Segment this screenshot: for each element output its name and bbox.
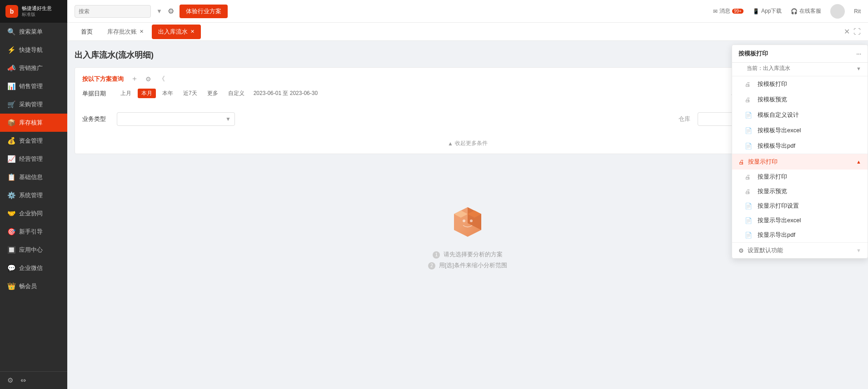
footer-settings-icon: ⚙ bbox=[738, 247, 744, 254]
tab-home[interactable]: 首页 bbox=[75, 25, 99, 39]
sidebar-item-quick-nav[interactable]: ⚡ 快捷导航 bbox=[0, 41, 67, 59]
message-badge: 99+ bbox=[732, 9, 743, 14]
sidebar-item-wechat[interactable]: 💬 企业微信 bbox=[0, 259, 67, 277]
empty-tip-2: 2 用[选]条件来缩小分析范围 bbox=[428, 261, 507, 269]
current-chevron-icon[interactable]: ▼ bbox=[856, 66, 861, 71]
window-maximize-icon[interactable]: ⛶ bbox=[853, 28, 861, 36]
inventory-icon: 📦 bbox=[7, 119, 15, 127]
sidebar-logo: b 畅捷通好生意 标准版 bbox=[0, 0, 67, 23]
date-tab-this-month[interactable]: 本月 bbox=[138, 89, 156, 98]
dropdown-template-excel[interactable]: 📄 按模板导出excel bbox=[732, 123, 868, 138]
template-custom-icon: 📄 bbox=[745, 112, 753, 119]
filter-title: 按以下方案查询 bbox=[82, 75, 124, 83]
display-print-settings-item[interactable]: 📄 按显示打印设置 bbox=[732, 199, 868, 213]
tab-stock-flow-close[interactable]: ✕ bbox=[190, 29, 195, 35]
sidebar-collapse-icon[interactable]: ⇔ bbox=[20, 376, 26, 384]
date-tab-more[interactable]: 更多 bbox=[204, 89, 222, 98]
date-tab-last-month[interactable]: 上月 bbox=[117, 89, 135, 98]
sidebar-item-finance[interactable]: 💰 资金管理 bbox=[0, 132, 67, 150]
filter-collapse-icon[interactable]: 《 bbox=[159, 75, 165, 83]
template-pdf-icon: 📄 bbox=[745, 143, 753, 150]
sidebar-item-purchase[interactable]: 🛒 采购管理 bbox=[0, 95, 67, 114]
display-excel-icon: 📄 bbox=[745, 217, 753, 224]
tab-inventory-batch-close[interactable]: ✕ bbox=[140, 29, 144, 35]
template-preview-icon: 🖨 bbox=[745, 96, 753, 103]
biz-type-select[interactable]: ▼ bbox=[117, 112, 235, 126]
display-excel-label: 按显示导出excel bbox=[758, 216, 801, 224]
svg-point-5 bbox=[463, 219, 465, 222]
sidebar-item-guide[interactable]: 🎯 新手引导 bbox=[0, 223, 67, 241]
sidebar-label: 采购管理 bbox=[19, 100, 43, 109]
filter-add-button[interactable]: ＋ bbox=[131, 74, 138, 84]
dropdown-template-pdf[interactable]: 📄 按模板导出pdf bbox=[732, 138, 868, 154]
window-close-icon[interactable]: ✕ bbox=[844, 27, 850, 36]
tab-inventory-batch[interactable]: 库存批次账 ✕ bbox=[101, 25, 150, 39]
dropdown-header-icons: ··· bbox=[856, 50, 861, 57]
collapse-label: 收起更多条件 bbox=[455, 140, 488, 147]
search-dropdown-icon[interactable]: ▼ bbox=[156, 8, 162, 15]
trial-button[interactable]: 体验行业方案 bbox=[180, 5, 228, 18]
date-tab-custom[interactable]: 自定义 bbox=[224, 89, 248, 98]
sidebar-item-system[interactable]: ⚙️ 系统管理 bbox=[0, 186, 67, 204]
sidebar-item-member[interactable]: 👑 畅会员 bbox=[0, 277, 67, 295]
display-print-section-icon: 🖨 bbox=[738, 159, 744, 165]
sidebar-nav: 🔍 搜索菜单 ⚡ 快捷导航 📣 营销推广 📊 销售管理 🛒 采购管理 📦 库存核… bbox=[0, 23, 67, 371]
empty-tip-1: 1 请先选择要分析的方案 bbox=[433, 250, 503, 259]
display-print-header[interactable]: 🖨 按显示打印 ▲ bbox=[732, 154, 868, 170]
online-service-button[interactable]: 🎧 在线客服 bbox=[791, 7, 821, 15]
display-export-pdf-item[interactable]: 📄 按显示导出pdf bbox=[732, 228, 868, 242]
marketing-icon: 📣 bbox=[7, 64, 15, 72]
sidebar-item-operations[interactable]: 📈 经营管理 bbox=[0, 150, 67, 168]
guide-icon: 🎯 bbox=[7, 228, 15, 236]
current-label: 当前：出入库流水 bbox=[747, 65, 790, 72]
dropdown-header: 按模板打印 ··· bbox=[732, 45, 868, 63]
topbar-settings-icon[interactable]: ⚙ bbox=[168, 7, 174, 15]
sidebar-label: 畅会员 bbox=[19, 282, 37, 290]
dropdown-dots-icon[interactable]: ··· bbox=[856, 50, 861, 57]
username-label[interactable]: Rit bbox=[854, 8, 861, 15]
sidebar-item-sales[interactable]: 📊 销售管理 bbox=[0, 77, 67, 95]
date-tabs: 上月 本月 本年 近7天 更多 自定义 2023-06-01 至 2023-06… bbox=[117, 89, 318, 98]
sidebar-item-enterprise[interactable]: 🤝 企业协同 bbox=[0, 204, 67, 223]
display-preview-item[interactable]: 🖨 按显示预览 bbox=[732, 184, 868, 199]
app-center-icon: 🔲 bbox=[7, 246, 15, 254]
topbar: ▼ ⚙ 体验行业方案 ✉ 消息 99+ 📱 App下载 🎧 在线客服 Rit bbox=[67, 0, 868, 23]
sidebar-item-search-menu[interactable]: 🔍 搜索菜单 bbox=[0, 23, 67, 41]
user-avatar[interactable] bbox=[830, 4, 845, 19]
dropdown-template-print[interactable]: 🖨 按模板打印 bbox=[732, 76, 868, 92]
dropdown-template-preview[interactable]: 🖨 按模板预览 bbox=[732, 92, 868, 107]
app-download-label: App下载 bbox=[761, 7, 782, 15]
app-logo-icon: b bbox=[5, 5, 18, 18]
display-export-excel-item[interactable]: 📄 按显示导出excel bbox=[732, 213, 868, 228]
sidebar-label: 经营管理 bbox=[19, 155, 43, 163]
purchase-icon: 🛒 bbox=[7, 100, 15, 109]
footer-chevron-icon: ▼ bbox=[856, 248, 861, 253]
messages-button[interactable]: ✉ 消息 99+ bbox=[713, 7, 743, 15]
sidebar-label: 企业协同 bbox=[19, 209, 43, 218]
sidebar-label: 基础信息 bbox=[19, 173, 43, 181]
topbar-search-input[interactable] bbox=[75, 5, 151, 18]
date-tab-this-year[interactable]: 本年 bbox=[159, 89, 177, 98]
sidebar-item-marketing[interactable]: 📣 营销推广 bbox=[0, 59, 67, 77]
sidebar-label: 快捷导航 bbox=[19, 46, 43, 54]
sidebar-label: 资金管理 bbox=[19, 137, 43, 145]
tab-stock-flow[interactable]: 出入库流水 ✕ bbox=[152, 25, 201, 39]
display-print-item[interactable]: 🖨 按显示打印 bbox=[732, 170, 868, 184]
dropdown-footer[interactable]: ⚙ 设置默认功能 ▼ bbox=[732, 242, 868, 258]
dropdown-template-custom[interactable]: 📄 模板自定义设计 bbox=[732, 107, 868, 123]
display-print-icon: 🖨 bbox=[745, 174, 753, 180]
sidebar-item-basic-info[interactable]: 📋 基础信息 bbox=[0, 168, 67, 186]
sidebar-item-app-center[interactable]: 🔲 应用中心 bbox=[0, 241, 67, 259]
date-range-display: 2023-06-01 至 2023-06-30 bbox=[254, 90, 318, 97]
app-download-button[interactable]: 📱 App下载 bbox=[753, 7, 782, 15]
message-icon: ✉ bbox=[713, 8, 718, 15]
biz-type-caret-icon: ▼ bbox=[225, 116, 231, 122]
sidebar-settings-icon[interactable]: ⚙ bbox=[7, 376, 13, 384]
date-tab-last-7-days[interactable]: 近7天 bbox=[180, 89, 201, 98]
system-icon: ⚙️ bbox=[7, 191, 15, 199]
sidebar-bottom: ⚙ ⇔ bbox=[0, 371, 67, 389]
sidebar-item-inventory[interactable]: 📦 库存核算 bbox=[0, 114, 67, 132]
collapse-up-icon: ▲ bbox=[448, 140, 453, 147]
template-excel-label: 按模板导出excel bbox=[758, 126, 801, 135]
filter-settings-icon[interactable]: ⚙ bbox=[145, 75, 151, 83]
